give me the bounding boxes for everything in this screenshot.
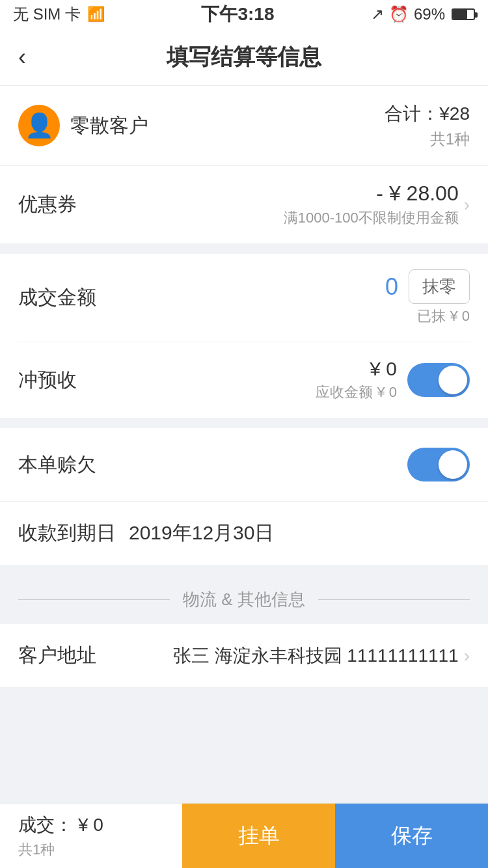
debt-label: 本单赊欠	[18, 452, 96, 478]
address-value: 张三 海淀永丰科技园 11111111111	[173, 644, 459, 668]
address-label: 客户地址	[18, 642, 96, 669]
transaction-section: 成交金额 抹零 已抹 ¥ 0 冲预收 ¥ 0 应收金额 ¥ 0	[0, 254, 488, 418]
total-amount: 合计：¥28	[385, 102, 470, 126]
status-left: 无 SIM 卡 📶	[13, 4, 105, 25]
coupon-info: - ¥ 28.00 满1000-100不限制使用金额	[284, 182, 459, 228]
due-date-value: 2019年12月30日	[129, 520, 274, 547]
avatar-icon: 👤	[25, 112, 54, 139]
logistics-label: 物流 & 其他信息	[183, 588, 305, 611]
customer-section: 👤 零散客户 合计：¥28 共1种 优惠券 - ¥ 28.00 满1000-10…	[0, 86, 488, 243]
coupon-right: - ¥ 28.00 满1000-100不限制使用金额 ›	[284, 182, 470, 228]
avatar: 👤	[18, 105, 60, 146]
battery-icon	[452, 8, 475, 20]
already-rounded-label: 已抹 ¥ 0	[106, 306, 470, 326]
round-off-button[interactable]: 抹零	[409, 269, 470, 304]
transaction-amount-label: 成交金额	[18, 284, 96, 311]
prepay-toggle[interactable]	[407, 363, 470, 397]
logistics-line-left	[18, 599, 170, 600]
due-date-row: 收款到期日 2019年12月30日	[0, 501, 488, 565]
prepay-amount-col: ¥ 0 应收金额 ¥ 0	[316, 358, 397, 402]
coupon-description: 满1000-100不限制使用金额	[284, 208, 459, 228]
bottom-actions: 挂单 保存	[182, 804, 488, 868]
battery-percent: 69%	[414, 5, 445, 23]
logistics-line-right	[318, 599, 470, 600]
bottom-bar: 成交： ¥ 0 共1种 挂单 保存	[0, 803, 488, 868]
prepay-label: 冲预收	[18, 367, 77, 394]
transaction-amount-row: 成交金额 抹零 已抹 ¥ 0	[18, 254, 470, 342]
summary-deal-row: 成交： ¥ 0	[18, 813, 164, 837]
due-date-label: 收款到期日	[18, 520, 116, 547]
summary-count: 共1种	[18, 840, 164, 860]
status-time: 下午3:18	[201, 2, 274, 27]
address-chevron-icon: ›	[464, 645, 470, 666]
wifi-icon: 📶	[87, 6, 105, 23]
transaction-amount-right: 抹零	[106, 269, 470, 304]
sim-status: 无 SIM 卡	[13, 4, 81, 25]
customer-row: 👤 零散客户 合计：¥28 共1种	[0, 86, 488, 165]
chevron-right-icon: ›	[464, 195, 470, 215]
status-bar: 无 SIM 卡 📶 下午3:18 ↗ ⏰ 69%	[0, 0, 488, 29]
coupon-discount: - ¥ 28.00	[284, 182, 459, 206]
logistics-section: 物流 & 其他信息	[0, 575, 488, 624]
address-right: 张三 海淀永丰科技园 11111111111 ›	[173, 644, 470, 668]
pending-button[interactable]: 挂单	[182, 804, 335, 868]
location-icon: ↗	[371, 5, 384, 23]
debt-section: 本单赊欠 收款到期日 2019年12月30日	[0, 428, 488, 565]
debt-toggle-knob	[439, 450, 467, 479]
save-button[interactable]: 保存	[335, 804, 488, 868]
coupon-label: 优惠券	[18, 191, 77, 218]
debt-row: 本单赊欠	[18, 428, 470, 501]
prepay-row: 冲预收 ¥ 0 应收金额 ¥ 0	[18, 342, 470, 418]
customer-name: 零散客户	[70, 113, 148, 139]
deal-amount: ¥ 0	[78, 815, 103, 835]
receivable-label: 应收金额 ¥ 0	[316, 383, 397, 402]
status-right: ↗ ⏰ 69%	[371, 5, 475, 23]
bottom-summary: 成交： ¥ 0 共1种	[0, 813, 182, 860]
address-row[interactable]: 客户地址 张三 海淀永丰科技园 11111111111 ›	[0, 624, 488, 687]
coupon-row[interactable]: 优惠券 - ¥ 28.00 满1000-100不限制使用金额 ›	[0, 165, 488, 243]
customer-info: 👤 零散客户	[18, 105, 148, 146]
back-button[interactable]: ‹	[18, 44, 26, 71]
address-section: 客户地址 张三 海淀永丰科技园 11111111111 ›	[0, 624, 488, 687]
deal-label: 成交：	[18, 813, 73, 837]
nav-bar: ‹ 填写结算等信息	[0, 29, 488, 86]
prepay-amount: ¥ 0	[316, 358, 397, 380]
page-title: 填写结算等信息	[167, 42, 321, 72]
total-count: 共1种	[385, 129, 470, 150]
prepay-right: ¥ 0 应收金额 ¥ 0	[316, 358, 470, 402]
alarm-icon: ⏰	[389, 5, 409, 23]
debt-toggle[interactable]	[407, 448, 470, 481]
toggle-knob	[439, 366, 467, 394]
transaction-amount-input[interactable]	[106, 273, 398, 301]
customer-total: 合计：¥28 共1种	[385, 102, 470, 150]
